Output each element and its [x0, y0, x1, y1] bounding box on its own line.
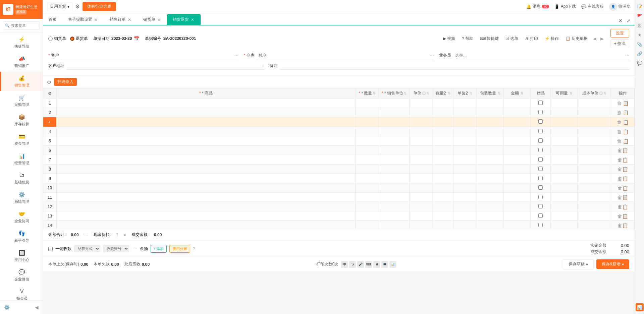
- sidebar-item-quicknav[interactable]: ⚡ 快捷导航: [0, 33, 43, 52]
- toolbar-help[interactable]: ? 帮助: [461, 35, 475, 42]
- delete-row-8[interactable]: 🗑: [618, 167, 622, 172]
- toolbar-select[interactable]: ☑ 选单: [504, 35, 520, 42]
- sys-icon-7[interactable]: 📊: [389, 261, 396, 268]
- right-sidebar-orange-button[interactable]: 📊: [636, 303, 644, 311]
- gift-checkbox-13[interactable]: [538, 213, 543, 218]
- delete-row-7[interactable]: 🗑: [618, 157, 622, 163]
- app-download-button[interactable]: 📱 App下载: [554, 4, 576, 9]
- gift-checkbox-9[interactable]: [538, 176, 543, 180]
- available-sort-icon[interactable]: ⇅: [570, 91, 572, 95]
- salesperson-input[interactable]: [453, 52, 624, 59]
- gift-checkbox-2[interactable]: [538, 110, 543, 114]
- user-menu[interactable]: 👤 徐泽华: [609, 3, 631, 11]
- delete-row-6[interactable]: 🗑: [618, 148, 622, 153]
- topbar-settings-button[interactable]: ⚙: [75, 3, 80, 10]
- gift-checkbox-14[interactable]: [538, 223, 543, 227]
- delete-row-2[interactable]: 🗑: [617, 110, 622, 115]
- date-picker-button[interactable]: 📅: [134, 36, 140, 41]
- sys-icon-3[interactable]: 🎤: [357, 261, 364, 268]
- sidebar-item-member[interactable]: V 畅会员: [0, 285, 43, 300]
- right-sidebar-flag-icon[interactable]: 🚩: [636, 12, 644, 20]
- radio-sale[interactable]: 销货单: [48, 36, 66, 42]
- right-sidebar-image-icon[interactable]: 🖼: [636, 21, 644, 29]
- sidebar-item-wechat[interactable]: 💬 企业微信: [0, 266, 43, 285]
- tab-sale-order[interactable]: 销售订单 ✕: [104, 14, 138, 25]
- copy-row-12[interactable]: 📋: [622, 204, 628, 209]
- table-settings-button[interactable]: ⚙: [47, 79, 51, 85]
- tab-sale-price[interactable]: 售价提取设置 ✕: [62, 14, 104, 25]
- sys-icon-2[interactable]: S: [349, 261, 356, 268]
- toolbar-shortcut[interactable]: ⌨ 快捷键: [479, 35, 500, 42]
- fee-help-icon[interactable]: ?: [193, 246, 195, 251]
- table-scroll[interactable]: ⚙ * 商品 * 数量⇅ * 销售单位⇅ 单价 ⓘ⇅ 数量2 ⇅ 单位2 ⇅ 包…: [43, 88, 635, 229]
- copy-row-6[interactable]: 📋: [622, 148, 628, 153]
- sidebar-item-system[interactable]: ⚙️ 系统管理: [0, 188, 43, 207]
- sidebar-item-purchase[interactable]: 🛒 采购管理: [0, 91, 43, 111]
- sidebar-item-marketing[interactable]: 📣 营销推广: [0, 52, 43, 72]
- tab-close-sale-return[interactable]: ✕: [190, 17, 195, 22]
- maximize-tab-button[interactable]: ⤢: [625, 17, 632, 25]
- sidebar-item-cooperation[interactable]: 🤝 企业协同: [0, 207, 43, 227]
- copy-row-9[interactable]: 📋: [622, 176, 628, 181]
- copy-row-1[interactable]: 📋: [623, 101, 629, 106]
- right-sidebar-chat-icon[interactable]: 💬: [636, 59, 644, 67]
- sidebar-item-appcenter[interactable]: 🔲 应用中心: [0, 246, 43, 266]
- sys-icon-1[interactable]: 中: [341, 261, 348, 268]
- delete-row-12[interactable]: 🗑: [618, 204, 622, 209]
- right-sidebar-link-icon[interactable]: 🔗: [636, 50, 644, 58]
- nav-next-button[interactable]: ▶: [600, 36, 604, 41]
- copy-row-11[interactable]: 📋: [622, 195, 628, 200]
- notification-button[interactable]: 🔔 消息 70: [526, 4, 549, 9]
- payment-method-select[interactable]: 结算方式: [74, 245, 100, 252]
- gift-checkbox-10[interactable]: [538, 185, 543, 190]
- sidebar-collapse-button[interactable]: ◀: [34, 303, 40, 311]
- discount-help-icon[interactable]: ?: [116, 233, 118, 237]
- close-tab-button[interactable]: ✕: [617, 17, 624, 25]
- copy-row-14[interactable]: 📋: [622, 223, 628, 228]
- radio-sale-input[interactable]: [48, 37, 53, 41]
- amount-sort-icon[interactable]: ⇅: [521, 91, 523, 95]
- delete-row-11[interactable]: 🗑: [618, 195, 622, 200]
- customer-input[interactable]: [61, 52, 233, 59]
- gift-checkbox-1[interactable]: [538, 101, 543, 105]
- search-menu-button[interactable]: 🔍 搜索菜单: [3, 21, 40, 30]
- delete-row-5[interactable]: 🗑: [617, 138, 622, 144]
- copy-row-3[interactable]: 📋: [623, 119, 629, 125]
- gift-checkbox-11[interactable]: [538, 195, 543, 199]
- sidebar-settings-button[interactable]: ⚙️: [3, 303, 11, 311]
- gift-checkbox-5[interactable]: [538, 138, 543, 143]
- right-sidebar-star-icon[interactable]: ★: [636, 31, 644, 39]
- toolbar-print[interactable]: 🖨 打印: [524, 35, 539, 42]
- right-sidebar-note-icon[interactable]: 📝: [636, 3, 644, 11]
- online-service-button[interactable]: 💬 在线客服: [581, 4, 604, 9]
- sys-icon-5[interactable]: 🖥: [373, 261, 380, 268]
- price-sort-icon[interactable]: ⇅: [426, 91, 429, 95]
- copy-row-4[interactable]: 📋: [623, 129, 629, 134]
- delete-row-3[interactable]: 🗑: [617, 119, 622, 125]
- sidebar-item-operations[interactable]: 📊 经营管理: [0, 149, 43, 169]
- add-payment-button[interactable]: + 添加: [151, 245, 167, 253]
- delete-row-1[interactable]: 🗑: [617, 101, 622, 106]
- radio-return-input[interactable]: [70, 37, 74, 41]
- tab-sale-delivery[interactable]: 销货单 ✕: [138, 14, 167, 25]
- toolbar-operate[interactable]: ⚡ 操作: [543, 35, 560, 42]
- address-input[interactable]: [66, 62, 259, 69]
- copy-row-8[interactable]: 📋: [622, 167, 628, 172]
- gift-checkbox-8[interactable]: [538, 167, 543, 171]
- module-selector[interactable]: 日用百货 ▾: [47, 2, 72, 11]
- sidebar-item-newuser[interactable]: 👣 新手引导: [0, 227, 43, 246]
- sidebar-item-inventory[interactable]: 📦 库存核算: [0, 111, 43, 130]
- tab-close-sale-price[interactable]: ✕: [94, 17, 98, 22]
- sys-icon-6[interactable]: 💻: [381, 261, 388, 268]
- copy-row-10[interactable]: 📋: [622, 185, 628, 191]
- gift-checkbox-6[interactable]: [538, 148, 543, 152]
- settings-button[interactable]: 设置: [610, 29, 629, 38]
- delete-row-10[interactable]: 🗑: [618, 185, 622, 191]
- sidebar-item-finance[interactable]: 💳 资金管理: [0, 130, 43, 149]
- tab-close-sale-order[interactable]: ✕: [127, 17, 132, 22]
- warehouse-input[interactable]: [257, 52, 429, 59]
- unit2-sort-icon[interactable]: ⇅: [470, 91, 473, 95]
- delete-row-13[interactable]: 🗑: [618, 213, 622, 219]
- copy-row-2[interactable]: 📋: [623, 110, 629, 115]
- delete-row-4[interactable]: 🗑: [617, 129, 622, 134]
